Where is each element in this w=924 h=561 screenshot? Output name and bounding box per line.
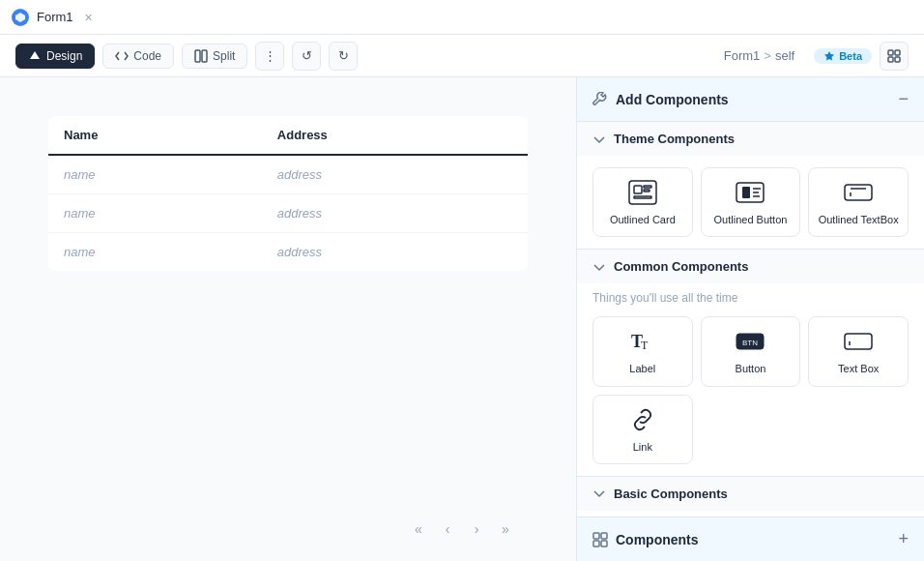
svg-rect-7 [634, 186, 642, 193]
basic-group-header[interactable]: Basic Components [577, 477, 924, 511]
link-item[interactable]: Link [592, 395, 693, 464]
cell-name-2: name [48, 194, 262, 233]
add-components-title-group: Add Components [592, 92, 729, 107]
more-options-button[interactable]: ⋮ [255, 42, 284, 71]
common-group-hint: Things you'll use all the time [577, 283, 924, 305]
components-footer-title: Components [616, 532, 699, 547]
pagination: « ‹ › » [406, 517, 518, 542]
svg-rect-6 [629, 181, 656, 204]
design-button[interactable]: Design [15, 44, 95, 69]
svg-rect-34 [601, 541, 607, 546]
title-bar: Form1 × [0, 0, 924, 35]
common-group-header[interactable]: Common Components [577, 250, 924, 283]
split-button[interactable]: Split [182, 44, 247, 69]
table-row: name address [48, 194, 528, 233]
beta-badge: Beta [814, 48, 872, 64]
button-component-label: Button [736, 362, 766, 375]
add-components-title: Add Components [616, 92, 729, 107]
redo-button[interactable]: ↻ [329, 42, 358, 71]
toolbar: Design Code Split ⋮ ↺ ↻ Form1 > self Bet… [0, 35, 924, 77]
column-name: Name [48, 116, 262, 155]
svg-rect-31 [593, 533, 599, 539]
svg-rect-8 [644, 186, 651, 188]
svg-rect-33 [593, 541, 599, 546]
tab-close-button[interactable]: × [85, 10, 93, 25]
label-item[interactable]: T T Label [592, 316, 693, 386]
svg-rect-24 [845, 334, 872, 349]
textbox-component-label: Text Box [838, 362, 879, 375]
theme-components-group: Theme Components [577, 122, 924, 250]
chevron-down-icon [592, 133, 606, 146]
svg-rect-12 [742, 187, 750, 198]
outlined-textbox-item[interactable]: Outlined TextBox [808, 167, 909, 237]
undo-button[interactable]: ↺ [292, 42, 321, 71]
label-component-label: Label [629, 362, 655, 375]
app-icon [12, 9, 29, 26]
data-table: Name Address name address name address [48, 116, 528, 271]
code-button[interactable]: Code [102, 44, 174, 69]
cell-name-3: name [48, 233, 262, 272]
prev-page-button[interactable]: ‹ [435, 517, 460, 542]
grid-toggle-button[interactable] [880, 42, 909, 71]
design-label: Design [46, 49, 82, 63]
svg-rect-5 [895, 57, 900, 62]
outlined-card-label: Outlined Card [610, 213, 676, 226]
common-components-group: Common Components Things you'll use all … [577, 250, 924, 477]
svg-text:T: T [641, 339, 649, 352]
basic-components-group: Basic Components T T [577, 477, 924, 517]
outlined-card-icon [627, 178, 658, 207]
svg-rect-16 [845, 185, 872, 200]
table-row: name address [48, 155, 528, 194]
column-address: Address [262, 116, 528, 155]
textbox-item[interactable]: Text Box [808, 316, 909, 386]
outlined-textbox-label: Outlined TextBox [819, 213, 899, 226]
basic-group-label: Basic Components [614, 487, 728, 501]
collapse-add-components-button[interactable]: − [898, 89, 909, 109]
chevron-down-icon [592, 487, 606, 500]
split-label: Split [213, 49, 235, 63]
components-footer: Components + [577, 517, 924, 561]
outlined-button-label: Outlined Button [714, 213, 788, 226]
components-footer-icon [592, 532, 608, 547]
main-layout: Name Address name address name address [0, 77, 924, 561]
components-footer-title-group: Components [592, 532, 699, 547]
breadcrumb-self[interactable]: self [775, 48, 794, 63]
breadcrumb-separator: > [764, 48, 771, 63]
link-icon [627, 405, 658, 434]
svg-rect-9 [644, 190, 650, 192]
svg-rect-1 [202, 50, 207, 62]
right-panel: Add Components − Theme Components [576, 77, 924, 561]
breadcrumb-form[interactable]: Form1 [724, 48, 761, 63]
outlined-button-icon [735, 178, 765, 207]
cell-name-1: name [48, 155, 262, 194]
code-label: Code [133, 49, 161, 63]
svg-rect-4 [888, 57, 893, 62]
textbox-icon [843, 327, 874, 356]
tab-name[interactable]: Form1 [37, 10, 73, 24]
cell-address-2: address [262, 194, 528, 233]
panel-body: Theme Components [577, 122, 924, 517]
svg-text:BTN: BTN [742, 339, 758, 347]
label-icon: T T [627, 327, 658, 356]
expand-components-button[interactable]: + [898, 529, 909, 549]
canvas: Name Address name address name address [0, 77, 576, 561]
first-page-button[interactable]: « [406, 517, 431, 542]
breadcrumb: Form1 > self [724, 48, 794, 63]
outlined-textbox-icon [843, 178, 874, 207]
svg-rect-0 [195, 50, 200, 62]
cell-address-1: address [262, 155, 528, 194]
theme-group-label: Theme Components [614, 132, 735, 146]
outlined-button-item[interactable]: Outlined Button [701, 167, 801, 237]
last-page-button[interactable]: » [493, 517, 518, 542]
common-group-label: Common Components [614, 259, 748, 274]
add-components-header: Add Components − [577, 77, 924, 122]
next-page-button[interactable]: › [464, 517, 489, 542]
theme-component-grid: Outlined Card [577, 156, 924, 249]
button-icon: BTN [735, 327, 765, 356]
button-item[interactable]: BTN Button [701, 316, 801, 386]
wrench-icon [592, 92, 608, 107]
theme-group-header[interactable]: Theme Components [577, 122, 924, 156]
svg-rect-2 [888, 50, 893, 55]
svg-rect-32 [601, 533, 607, 539]
outlined-card-item[interactable]: Outlined Card [592, 167, 693, 237]
